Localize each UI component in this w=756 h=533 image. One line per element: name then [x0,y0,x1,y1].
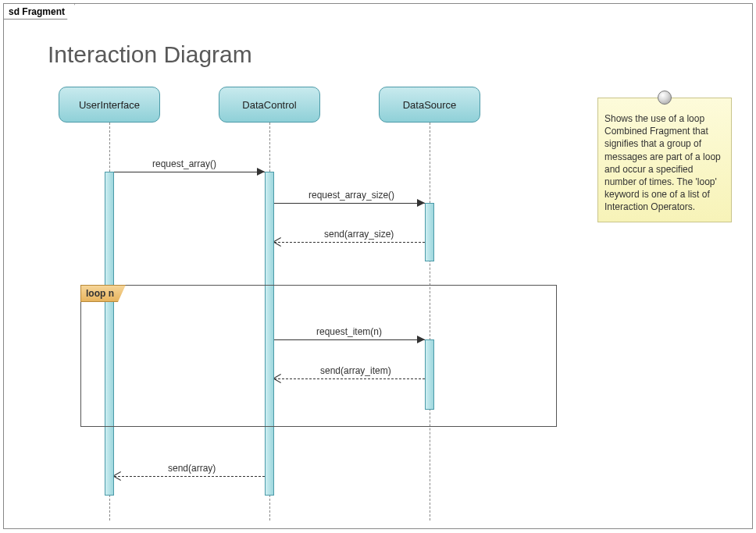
frame-label-tab: sd Fragment [4,4,75,20]
msg-label-send-array-size: send(array_size) [324,229,394,240]
note-text: Shows the use of a loop Combined Fragmen… [604,113,721,212]
msg-label-send-array: send(array) [168,463,216,474]
loop-label: loop n [86,288,114,299]
msg-request-array-size [274,203,425,204]
msg-label-request-array-size: request_array_size() [308,190,394,201]
frame-label: sd Fragment [9,6,65,17]
loop-operator-tab: loop n [80,285,126,302]
lifeline-label: DataSource [403,99,457,111]
msg-send-array-item [274,378,425,379]
msg-request-item [274,339,425,340]
note: Shows the use of a loop Combined Fragmen… [597,98,732,222]
msg-label-request-item: request_item(n) [316,326,382,337]
loop-fragment: loop n [80,285,557,427]
diagram-title: Interaction Diagram [48,41,252,68]
msg-send-array [114,476,265,477]
arrowhead-icon [417,199,425,207]
activation-ds-1 [425,203,434,261]
msg-request-array [114,172,265,172]
lifeline-datacontrol: DataControl [219,87,320,123]
pin-icon [658,91,672,105]
arrowhead-icon [257,168,265,176]
msg-label-send-array-item: send(array_item) [320,365,391,376]
msg-send-array-size [274,242,425,243]
diagram-frame: sd Fragment Interaction Diagram UserInte… [3,3,753,529]
lifeline-datasource: DataSource [379,87,480,123]
msg-label-request-array: request_array() [152,158,216,169]
lifeline-userinterface: UserInterface [59,87,160,123]
lifeline-label: DataControl [242,99,296,111]
arrowhead-icon [417,336,425,343]
lifeline-label: UserInterface [79,99,140,111]
